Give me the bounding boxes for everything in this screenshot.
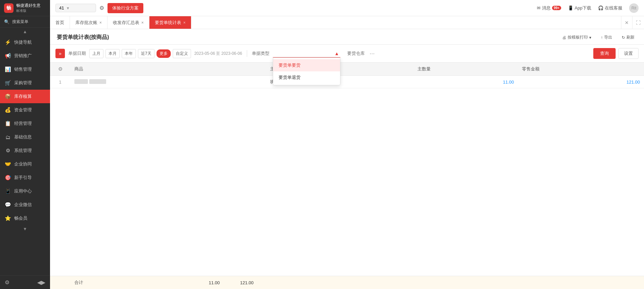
col-gear[interactable]: ⚙ <box>50 63 70 76</box>
basic-info-icon: 🗂 <box>5 134 11 140</box>
system-icon: ⚙ <box>5 148 11 154</box>
placeholder-block-2 <box>89 79 106 84</box>
tab-home[interactable]: 首页 <box>50 16 70 29</box>
sidebar-item-inventory[interactable]: 📦 库存核算 <box>0 90 50 103</box>
sidebar-item-basic-info[interactable]: 🗂 基础信息 <box>0 130 50 144</box>
date-btn-current[interactable]: 本月 <box>105 49 120 58</box>
filter-date-btns: 上月 本月 本年 近7天 更多 自定义 <box>89 49 191 58</box>
filter-bar: » 单据日期 上月 本月 本年 近7天 更多 自定义 2023-05-06 至 … <box>50 45 644 63</box>
tab-batch-account[interactable]: 库存批次账 × <box>70 16 108 29</box>
sidebar-nav: ▲ ⚡ 快捷导航 📢 营销推广 📊 销售管理 🛒 采购管理 📦 库存核算 💰 资… <box>0 28 50 275</box>
table-wrapper: ⚙ 商品 主计量单位 主数量 零售金额 1 <box>50 63 644 276</box>
logo-icon: 畅 <box>4 3 14 13</box>
product-placeholder <box>74 79 106 84</box>
online-service-btn[interactable]: 🎧 在线客服 <box>598 5 622 11</box>
print-template-btn[interactable]: 🖨 按模板打印 ▾ <box>559 33 594 42</box>
date-btn-7days[interactable]: 近7天 <box>138 49 154 58</box>
close-window-btn[interactable]: ✕ <box>621 16 632 29</box>
sidebar-item-app-center[interactable]: 📱 应用中心 <box>0 184 50 198</box>
date-btn-year[interactable]: 本年 <box>122 49 136 58</box>
close-tab-order-summary[interactable]: × <box>183 20 186 25</box>
sales-icon: 📊 <box>5 66 11 72</box>
export-btn[interactable]: ↑ 导出 <box>598 33 615 42</box>
tab-order-summary[interactable]: 要货单统计表 × <box>149 16 191 29</box>
row-product <box>70 76 266 88</box>
col-amount: 零售金额 <box>518 63 644 76</box>
content-area: 要货单统计表(按商品) 🖨 按模板打印 ▾ ↑ 导出 ↻ 刷新 <box>50 29 644 289</box>
row-qty: 11.00 <box>413 76 518 88</box>
logo-text: 畅捷通好生意 标准版 <box>16 3 41 13</box>
sidebar-item-finance[interactable]: 💰 资金管理 <box>0 103 50 117</box>
type-dropdown-menu: 要货单要货 要货单退货 <box>273 58 340 85</box>
guide-icon: 🎯 <box>5 175 11 181</box>
table-header-row: ⚙ 商品 主计量单位 主数量 零售金额 <box>50 63 644 76</box>
inventory-icon: 📦 <box>5 93 11 99</box>
sidebar-item-wechat[interactable]: 💬 企业微信 <box>0 198 50 212</box>
quick-nav-icon: ⚡ <box>5 39 11 45</box>
sidebar-item-marketing[interactable]: 📢 营销推广 <box>0 49 50 63</box>
messages-btn[interactable]: ✉ 消息 99+ <box>537 5 561 11</box>
col-qty: 主数量 <box>413 63 518 76</box>
column-settings-icon[interactable]: ⚙ <box>58 66 63 72</box>
print-chevron-icon: ▾ <box>589 35 591 40</box>
filter-expand-btn[interactable]: » <box>55 49 65 58</box>
warehouse-label: 要货仓库 <box>347 50 365 57</box>
trial-industry-button[interactable]: 体验行业方案 <box>108 3 143 13</box>
sidebar-item-sales[interactable]: 📊 销售管理 <box>0 63 50 76</box>
qty-link[interactable]: 11.00 <box>503 80 514 85</box>
data-table: ⚙ 商品 主计量单位 主数量 零售金额 1 <box>50 63 644 88</box>
wechat-icon: 💬 <box>5 202 11 208</box>
topbar-settings-icon[interactable]: ⚙ <box>99 5 104 11</box>
type-input[interactable] <box>273 49 340 58</box>
sidebar-scroll-up[interactable]: ▲ <box>0 28 50 36</box>
total-qty: 11.00 <box>166 280 220 285</box>
date-btn-custom[interactable]: 自定义 <box>173 49 191 58</box>
refresh-btn[interactable]: ↻ 刷新 <box>619 33 637 42</box>
sidebar-scroll-down[interactable]: ▼ <box>0 225 50 233</box>
enterprise-icon: 🤝 <box>5 161 11 167</box>
sidebar-item-membership[interactable]: ⭐ 畅会员 <box>0 212 50 225</box>
placeholder-block-1 <box>74 79 88 84</box>
type-dropdown-wrapper: ▲ 要货单要货 要货单退货 <box>273 49 340 58</box>
expand-window-btn[interactable]: ⛶ <box>632 16 644 29</box>
sidebar-item-quick-nav[interactable]: ⚡ 快捷导航 <box>0 36 50 49</box>
sidebar-item-purchase[interactable]: 🛒 采购管理 <box>0 76 50 90</box>
user-avatar[interactable]: Rit <box>629 3 639 13</box>
company-selector[interactable]: 41 ▼ <box>55 4 96 12</box>
topbar-left: 41 ▼ ⚙ 体验行业方案 <box>55 3 143 13</box>
page-header: 要货单统计表(按商品) 🖨 按模板打印 ▾ ↑ 导出 ↻ 刷新 <box>50 29 644 45</box>
date-btn-up[interactable]: 上月 <box>89 49 103 58</box>
sidebar-item-enterprise[interactable]: 🤝 企业协同 <box>0 157 50 171</box>
settings-icon[interactable]: ⚙ <box>5 279 9 286</box>
tab-receivable-summary[interactable]: 收发存汇总表 × <box>108 16 149 29</box>
close-tab-receivable-summary[interactable]: × <box>141 20 144 25</box>
membership-icon: ⭐ <box>5 215 11 221</box>
amount-link[interactable]: 121.00 <box>626 80 640 85</box>
close-tab-batch-account[interactable]: × <box>99 20 102 25</box>
phone-icon: 📱 <box>568 5 573 10</box>
type-input-wrapper: ▲ <box>273 49 340 58</box>
print-icon: 🖨 <box>562 35 566 40</box>
app-download-btn[interactable]: 📱 App下载 <box>568 5 591 11</box>
search-icon: 🔍 <box>4 19 9 24</box>
settings-button[interactable]: 设置 <box>618 48 639 59</box>
collapse-sidebar-icon[interactable]: ◀▶ <box>37 279 45 286</box>
operations-icon: 📋 <box>5 120 11 127</box>
sidebar-search[interactable]: 🔍 搜索菜单 <box>0 16 50 28</box>
table-body: 1 块 11.00 121.00 <box>50 76 644 88</box>
sidebar: 畅 畅捷通好生意 标准版 🔍 搜索菜单 ▲ ⚡ 快捷导航 📢 营销推广 📊 销售… <box>0 0 50 289</box>
tab-window-btns: ✕ ⛶ <box>621 16 644 29</box>
sidebar-footer: ⚙ ◀▶ <box>0 275 50 289</box>
date-btn-more[interactable]: 更多 <box>157 49 171 58</box>
table-footer: 合计 11.00 121.00 <box>50 276 644 289</box>
dropdown-item-order-goods[interactable]: 要货单要货 <box>273 59 340 71</box>
filter-more-icon[interactable]: ··· <box>368 50 376 57</box>
table-head: ⚙ 商品 主计量单位 主数量 零售金额 <box>50 63 644 76</box>
sidebar-item-operations[interactable]: 📋 经营管理 <box>0 117 50 130</box>
dropdown-item-order-return[interactable]: 要货单退货 <box>273 71 340 84</box>
query-button[interactable]: 查询 <box>593 48 616 59</box>
sidebar-item-system[interactable]: ⚙ 系统管理 <box>0 144 50 157</box>
type-dropdown-chevron-icon[interactable]: ▲ <box>334 51 339 56</box>
sidebar-item-guide[interactable]: 🎯 新手引导 <box>0 171 50 184</box>
row-no: 1 <box>50 76 70 88</box>
